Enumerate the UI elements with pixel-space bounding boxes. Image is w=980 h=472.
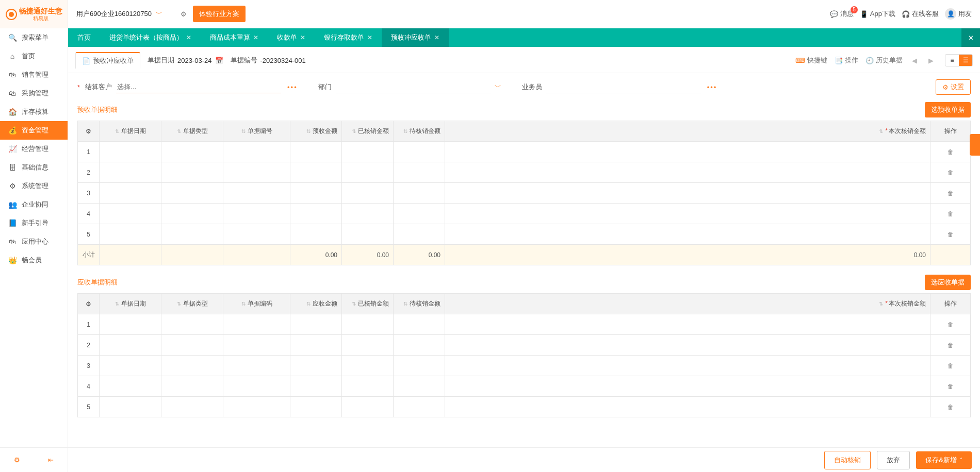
sidebar-item-label: 资金管理 xyxy=(22,126,48,135)
prepay-section-title: 预收单据明细 xyxy=(77,105,118,114)
brand-name: 畅捷通好生意 xyxy=(19,7,62,16)
sidebar-item-icon: 👑 xyxy=(8,256,17,264)
app-download-link[interactable]: 📱 App下载 xyxy=(860,9,895,19)
tab-0[interactable]: 首页 xyxy=(68,28,100,47)
collapse-icon[interactable]: ⇤ xyxy=(48,456,54,464)
delete-row-icon[interactable]: 🗑 xyxy=(948,321,954,328)
support-link[interactable]: 🎧 在线客服 xyxy=(902,9,939,19)
delete-row-icon[interactable]: 🗑 xyxy=(948,403,954,411)
table-row[interactable]: 5🗑 xyxy=(78,224,971,245)
salesperson-more-icon[interactable]: ••• xyxy=(707,83,717,91)
gear-icon: 📑 xyxy=(835,57,843,64)
delete-row-icon[interactable]: 🗑 xyxy=(948,190,954,197)
sidebar-item-label: 经营管理 xyxy=(22,144,48,154)
delete-row-icon[interactable]: 🗑 xyxy=(948,342,954,349)
sidebar-item-icon: 🏠 xyxy=(8,108,17,116)
sidebar-item-12[interactable]: 👑畅会员 xyxy=(0,251,68,269)
sidebar-item-icon: ⚙ xyxy=(8,182,17,190)
prev-doc-button[interactable]: ◀ xyxy=(910,57,919,64)
sidebar-item-4[interactable]: 🏠库存核算 xyxy=(0,103,68,121)
table-row[interactable]: 2🗑 xyxy=(78,335,971,356)
save-and-new-button[interactable]: 保存&新增˄ xyxy=(916,451,972,469)
operate-link[interactable]: 📑操作 xyxy=(835,56,858,65)
table-row[interactable]: 5🗑 xyxy=(78,397,971,417)
floating-help-tab[interactable] xyxy=(970,134,980,156)
delete-row-icon[interactable]: 🗑 xyxy=(948,362,954,369)
sidebar-item-label: 销售管理 xyxy=(22,70,48,79)
sidebar-item-8[interactable]: ⚙系统管理 xyxy=(0,177,68,195)
trial-plan-button[interactable]: 体验行业方案 xyxy=(193,6,246,22)
sidebar-item-label: 库存核算 xyxy=(22,107,48,116)
sidebar-item-5[interactable]: 💰资金管理 xyxy=(0,121,68,140)
table-row[interactable]: 3🗑 xyxy=(78,183,971,204)
sidebar-item-label: 首页 xyxy=(22,52,35,61)
auto-match-button[interactable]: 自动核销 xyxy=(824,451,871,469)
sidebar-item-6[interactable]: 📈经营管理 xyxy=(0,140,68,158)
table-row[interactable]: 3🗑 xyxy=(78,356,971,376)
sidebar-item-11[interactable]: 🛍应用中心 xyxy=(0,232,68,251)
sidebar-item-9[interactable]: 👥企业协同 xyxy=(0,195,68,214)
close-all-tabs-button[interactable]: ✕ xyxy=(961,28,980,47)
sidebar: 畅捷通好生意 精易版 🔍搜索菜单⌂首页🛍销售管理🛍采购管理🏠库存核算💰资金管理📈… xyxy=(0,0,68,472)
calendar-icon[interactable]: 📅 xyxy=(215,57,223,64)
customer-input[interactable] xyxy=(116,81,281,93)
salesperson-input[interactable] xyxy=(546,81,701,93)
table-config-button[interactable]: ⚙ xyxy=(78,121,100,142)
tab-4[interactable]: 银行存取款单✕ xyxy=(315,28,382,47)
tenant-settings-icon[interactable]: ⚙ xyxy=(181,10,187,18)
table-row[interactable]: 1🗑 xyxy=(78,142,971,162)
delete-row-icon[interactable]: 🗑 xyxy=(948,210,954,217)
tab-close-icon[interactable]: ✕ xyxy=(253,34,258,41)
shortcut-link[interactable]: ⌨快捷键 xyxy=(795,56,827,65)
tab-close-icon[interactable]: ✕ xyxy=(367,34,372,41)
sidebar-item-10[interactable]: 📘新手引导 xyxy=(0,214,68,232)
table-row[interactable]: 4🗑 xyxy=(78,376,971,397)
tenant-select[interactable]: 用户690企业1660120750 ﹀ xyxy=(76,9,174,19)
sidebar-item-1[interactable]: ⌂首页 xyxy=(0,47,68,65)
view-list-button[interactable]: ≡ xyxy=(945,55,959,66)
tab-close-icon[interactable]: ✕ xyxy=(434,34,439,41)
tab-1[interactable]: 进货单统计表（按商品）✕ xyxy=(100,28,201,47)
delete-row-icon[interactable]: 🗑 xyxy=(948,148,954,156)
customer-more-icon[interactable]: ••• xyxy=(287,83,298,91)
next-doc-button[interactable]: ▶ xyxy=(926,57,936,64)
table-row[interactable]: 1🗑 xyxy=(78,314,971,335)
discard-button[interactable]: 放弃 xyxy=(877,451,910,469)
table-row[interactable]: 2🗑 xyxy=(78,162,971,183)
settings-button[interactable]: ⚙设置 xyxy=(936,79,971,95)
delete-row-icon[interactable]: 🗑 xyxy=(948,231,954,238)
table-config-button[interactable]: ⚙ xyxy=(78,294,100,314)
department-input[interactable] xyxy=(336,81,491,93)
sidebar-item-3[interactable]: 🛍采购管理 xyxy=(0,84,68,103)
tab-3[interactable]: 收款单✕ xyxy=(268,28,315,47)
delete-row-icon[interactable]: 🗑 xyxy=(948,169,954,176)
subtotal-label: 小计 xyxy=(78,245,100,265)
tab-2[interactable]: 商品成本重算✕ xyxy=(201,28,268,47)
view-form-button[interactable]: ☰ xyxy=(959,55,972,66)
receivable-section-title: 应收单据明细 xyxy=(77,278,118,287)
tenant-name: 用户690企业1660120750 xyxy=(76,9,152,19)
tab-5[interactable]: 预收冲应收单✕ xyxy=(382,28,449,47)
select-prepay-button[interactable]: 选预收单据 xyxy=(925,102,971,117)
tab-close-icon[interactable]: ✕ xyxy=(186,34,191,41)
sidebar-item-2[interactable]: 🛍销售管理 xyxy=(0,65,68,84)
delete-row-icon[interactable]: 🗑 xyxy=(948,383,954,390)
messages-link[interactable]: 💬 消息 5 xyxy=(830,9,854,19)
history-link[interactable]: 🕘历史单据 xyxy=(865,56,903,65)
chevron-down-icon[interactable]: ﹀ xyxy=(495,82,501,92)
document-tab[interactable]: 📄 预收冲应收单 xyxy=(75,52,140,69)
phone-icon: 📱 xyxy=(860,10,868,18)
select-receivable-button[interactable]: 选应收单据 xyxy=(925,275,971,290)
user-menu[interactable]: 👤 用友 xyxy=(945,8,972,20)
document-icon: 📄 xyxy=(82,57,90,65)
history-icon: 🕘 xyxy=(865,57,874,64)
sidebar-item-7[interactable]: 🗄基础信息 xyxy=(0,158,68,177)
sidebar-item-label: 采购管理 xyxy=(22,89,48,98)
sidebar-item-icon: 🛍 xyxy=(8,238,17,246)
doc-date-field[interactable]: 单据日期 2023-03-24 📅 xyxy=(148,56,223,65)
settings-icon[interactable]: ⚙ xyxy=(14,456,20,464)
sidebar-item-0[interactable]: 🔍搜索菜单 xyxy=(0,28,68,47)
tab-close-icon[interactable]: ✕ xyxy=(300,34,305,41)
sidebar-item-label: 畅会员 xyxy=(22,256,42,265)
table-row[interactable]: 4🗑 xyxy=(78,204,971,224)
